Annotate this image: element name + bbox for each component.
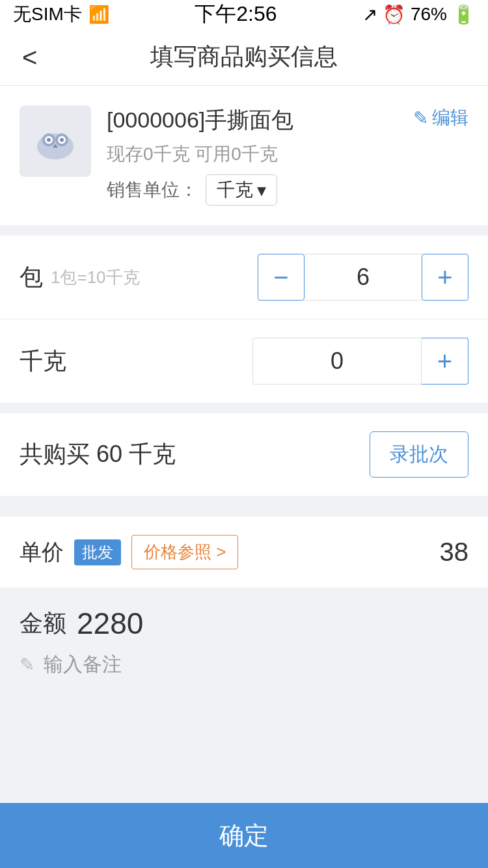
bag-row: 包 1包=10千克 − + [0, 236, 488, 319]
edit-button[interactable]: ✎ 编辑 [413, 105, 468, 130]
bag-stepper: − + [258, 254, 468, 301]
kg-input[interactable] [252, 338, 422, 385]
nav-bar: < 填写商品购买信息 [0, 29, 488, 86]
alarm-icon: ⏰ [383, 4, 405, 25]
pifa-badge: 批发 [74, 539, 121, 565]
back-button[interactable]: < [16, 36, 44, 78]
page-title: 填写商品购买信息 [150, 41, 338, 73]
kg-row: 千克 + [0, 319, 488, 403]
confirm-button[interactable]: 确定 [219, 819, 269, 852]
status-left: 无SIM卡 📶 [13, 2, 109, 27]
remark-row[interactable]: ✎ 输入备注 [20, 651, 468, 678]
bag-section: 包 1包=10千克 − + 千克 + [0, 236, 488, 403]
total-section: 共购买 60 千克 录批次 [0, 413, 488, 496]
price-row: 单价 批发 价格参照 > 38 [20, 535, 468, 569]
svg-point-6 [60, 138, 64, 142]
edit-icon: ✎ [413, 107, 428, 129]
remark-label: 输入备注 [44, 651, 122, 678]
bag-hint: 1包=10千克 [51, 266, 140, 289]
bag-decrement-button[interactable]: − [258, 254, 305, 301]
status-right: ↗ ⏰ 76% 🔋 [362, 4, 475, 25]
wifi-icon: 📶 [88, 5, 109, 25]
carrier-label: 无SIM卡 [13, 2, 82, 27]
bag-input[interactable] [305, 254, 422, 301]
price-ref-button[interactable]: 价格参照 > [131, 535, 238, 569]
bag-label: 包 [20, 262, 43, 293]
battery-label: 76% [411, 4, 447, 25]
amount-row: 金额 2280 [20, 606, 468, 641]
divider [0, 506, 488, 517]
pencil-icon: ✎ [20, 654, 34, 675]
kg-stepper: + [252, 338, 468, 385]
amount-label: 金额 [20, 608, 66, 640]
location-icon: ↗ [362, 4, 377, 25]
price-label: 单价 批发 价格参照 > [20, 535, 238, 569]
svg-point-5 [47, 138, 51, 142]
total-label: 共购买 60 千克 [20, 439, 176, 470]
bag-increment-button[interactable]: + [422, 254, 468, 301]
unit-label: 销售单位： [107, 178, 198, 202]
unit-select[interactable]: 千克 ▾ [206, 174, 277, 206]
kg-label: 千克 [20, 346, 66, 377]
product-unit-row: 销售单位： 千克 ▾ [107, 174, 468, 206]
product-card: [0000006]手撕面包 现存0千克 可用0千克 销售单位： 千克 ▾ ✎ 编… [0, 86, 488, 225]
time-label: 下午2:56 [195, 0, 277, 29]
kg-increment-button[interactable]: + [422, 338, 468, 385]
amount-section: 金额 2280 ✎ 输入备注 [0, 588, 488, 691]
status-bar: 无SIM卡 📶 下午2:56 ↗ ⏰ 76% 🔋 [0, 0, 488, 29]
product-stock: 现存0千克 可用0千克 [107, 142, 468, 167]
chevron-down-icon: ▾ [257, 180, 266, 201]
amount-value: 2280 [77, 606, 143, 641]
price-section: 单价 批发 价格参照 > 38 [0, 517, 488, 588]
price-value: 38 [440, 537, 469, 567]
batch-button[interactable]: 录批次 [370, 431, 468, 478]
product-image [20, 105, 91, 177]
confirm-bar[interactable]: 确定 [0, 803, 488, 868]
battery-icon: 🔋 [452, 4, 475, 25]
